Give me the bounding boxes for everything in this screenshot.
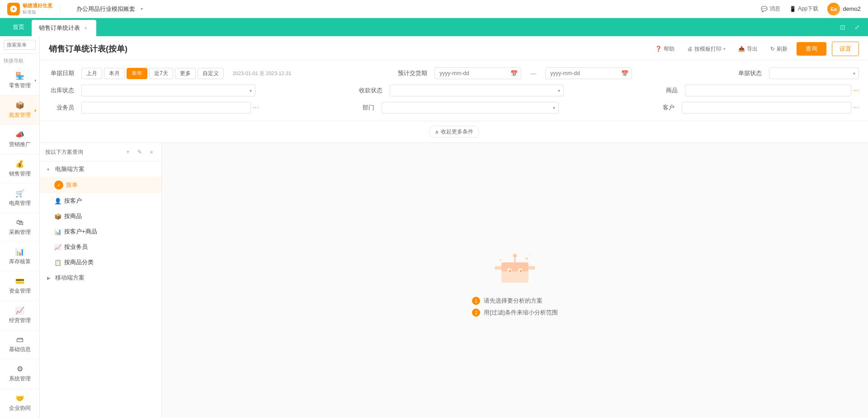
settings-btn[interactable]: 设置 — [832, 42, 859, 56]
date-btn-custom[interactable]: 自定义 — [198, 68, 224, 79]
top-bar-title: 办公用品行业模拟账套 — [76, 5, 135, 13]
customer-dots-icon[interactable]: ··· — [853, 104, 859, 112]
department-select[interactable] — [382, 102, 559, 114]
date-label: 单据日期 — [49, 69, 74, 77]
finance-icon: 💳 — [15, 277, 24, 285]
ecommerce-icon: 🛒 — [15, 189, 24, 198]
tab-restore-btn[interactable]: ⊡ — [837, 22, 848, 33]
tree-item-by-customer-goods[interactable]: 📊 按客户+商品 — [40, 224, 161, 239]
retail-icon: 🏪 — [15, 71, 24, 80]
tab-bar: 首页 销售订单统计表 × ⊡ ⤢ — [0, 18, 868, 36]
ship-status-wrap: ▾ — [81, 85, 255, 96]
export-btn[interactable]: 📤 导出 — [735, 43, 761, 55]
app-download-action[interactable]: 📱 App下载 — [789, 5, 818, 13]
empty-tip-2: 2 用[过滤]条件来缩小分析范围 — [472, 309, 557, 317]
edit-scheme-btn[interactable]: ✎ — [135, 147, 144, 157]
tree-section-desktop[interactable]: ▾ 电脑端方案 — [40, 162, 161, 177]
goods-dots-icon[interactable]: ··· — [853, 86, 859, 95]
add-scheme-btn[interactable]: + — [123, 147, 132, 157]
expected-date-end-input[interactable] — [545, 67, 632, 79]
print-icon: 🖨 — [687, 46, 693, 52]
salesperson-dots-icon[interactable]: ··· — [253, 104, 259, 112]
page-title: 销售订单统计表(按单) — [49, 43, 127, 54]
sidebar-item-retail[interactable]: 🏪 零售管理 ▾ — [0, 66, 39, 95]
by-order-indicator: ✓ — [54, 180, 63, 190]
user-avatar: Ea — [827, 3, 840, 15]
query-btn[interactable]: 查询 — [797, 42, 826, 56]
sidebar-item-system[interactable]: ⚙ 系统管理 — [0, 359, 39, 389]
sidebar-search-input[interactable] — [4, 40, 36, 50]
expected-date-label: 预计交货期 — [396, 69, 427, 77]
edit-icon: ✎ — [137, 149, 142, 155]
sales-icon: 💰 — [15, 160, 24, 168]
sidebar-item-wholesale[interactable]: 📦 批发管理 ▴ — [0, 95, 39, 125]
sidebar-search-area — [0, 36, 39, 54]
collapse-left-btn[interactable]: « — [147, 147, 156, 157]
tree-item-by-order-label: 按单 — [66, 181, 78, 189]
tree-item-by-goods[interactable]: 📦 按商品 — [40, 209, 161, 224]
date-btn-this-month[interactable]: 本月 — [104, 68, 125, 79]
message-action[interactable]: 💬 消息 — [761, 5, 780, 13]
customer-input-wrap: ··· — [682, 102, 859, 114]
tree-item-by-goods-label: 按商品 — [64, 212, 82, 220]
sidebar-item-basic[interactable]: 🗃 基础信息 — [0, 330, 39, 359]
refresh-btn[interactable]: ↻ 刷新 — [767, 43, 791, 55]
by-customer-goods-icon: 📊 — [54, 228, 61, 235]
top-dropdown-icon[interactable]: ▾ — [141, 6, 143, 11]
app-download-icon: 📱 — [789, 6, 796, 12]
tab-maximize-btn[interactable]: ⤢ — [852, 22, 863, 33]
customer-input[interactable] — [682, 102, 851, 114]
help-btn[interactable]: ❓ 帮助 — [651, 43, 678, 55]
salesperson-input[interactable] — [81, 102, 251, 114]
empty-tip-1: 1 请先选择要分析的方案 — [472, 297, 557, 305]
logo-area: 畅捷通好生意 标准版 — [7, 2, 52, 15]
date-btn-last-month[interactable]: 上月 — [81, 68, 102, 79]
sidebar-item-sales[interactable]: 💰 销售管理 — [0, 154, 39, 184]
svg-rect-7 — [528, 266, 535, 270]
user-info[interactable]: Ea demo2 — [827, 3, 861, 15]
empty-tips: 1 请先选择要分析的方案 2 用[过滤]条件来缩小分析范围 — [472, 297, 557, 317]
tree-item-by-goods-category[interactable]: 📋 按商品分类 — [40, 255, 161, 270]
expand-icon-desktop: ▾ — [47, 167, 52, 172]
collapse-btn[interactable]: ∧ 收起更多条件 — [429, 126, 479, 138]
tab-sales-order[interactable]: 销售订单统计表 × — [32, 20, 96, 36]
tab-close-icon[interactable]: × — [83, 25, 89, 31]
sidebar-item-operation[interactable]: 📈 经营管理 — [0, 301, 39, 330]
top-bar-right: 💬 消息 📱 App下载 Ea demo2 — [761, 3, 861, 15]
status-select[interactable] — [769, 67, 859, 79]
wholesale-icon: 📦 — [15, 101, 24, 109]
refresh-icon: ↻ — [770, 46, 775, 52]
payment-status-select[interactable] — [390, 85, 564, 96]
collapse-row: ∧ 收起更多条件 — [40, 121, 868, 143]
date-btn-7days[interactable]: 近7天 — [149, 68, 173, 79]
sidebar-item-inventory[interactable]: 📊 库存核算 — [0, 242, 39, 271]
tree-item-by-salesperson[interactable]: 📈 按业务员 — [40, 239, 161, 255]
svg-text:✦: ✦ — [528, 253, 531, 256]
sidebar-item-purchase[interactable]: 🛍 采购管理 — [0, 213, 39, 242]
sidebar-item-ecommerce[interactable]: 🛒 电商管理 — [0, 184, 39, 213]
date-btn-more[interactable]: 更多 — [175, 68, 196, 79]
svg-point-5 — [519, 270, 522, 272]
date-btn-this-year[interactable]: 本年 — [127, 68, 147, 79]
expected-date-start-input[interactable] — [434, 67, 521, 79]
svg-text:✦: ✦ — [499, 258, 502, 262]
print-btn[interactable]: 🖨 按模板打印 ▾ — [684, 43, 729, 55]
ship-status-select[interactable] — [81, 85, 255, 96]
sidebar-item-marketing[interactable]: 📣 营销推广 — [0, 125, 39, 154]
department-select-wrap: ▾ — [382, 102, 559, 114]
tree-item-by-order[interactable]: ✓ 按单 — [40, 177, 161, 193]
empty-state: ✦ ✦ ✦ 1 请先选择要分析的方案 2 用[过滤]条件来缩小分析范围 — [472, 244, 557, 317]
tree-item-by-customer[interactable]: 👤 按客户 — [40, 193, 161, 209]
system-icon: ⚙ — [17, 365, 23, 373]
inventory-icon: 📊 — [15, 247, 24, 256]
tab-home[interactable]: 首页 — [5, 18, 32, 36]
left-panel-title: 按以下方案查询 — [45, 148, 83, 156]
filter-panel: 单据日期 上月 本月 本年 近7天 更多 自定义 2023-01-01 至 20… — [40, 60, 868, 121]
status-select-wrap: ▾ — [769, 67, 859, 79]
sidebar-item-corp[interactable]: 🤝 企业协同 — [0, 389, 39, 418]
goods-input[interactable] — [685, 85, 851, 96]
top-bar-left: 畅捷通好生意 标准版 办公用品行业模拟账套 ▾ — [7, 2, 143, 15]
sidebar-item-finance[interactable]: 💳 资金管理 — [0, 271, 39, 301]
filter-row-3: 业务员 ··· 部门 ▾ 客户 ··· — [49, 102, 859, 114]
tree-section-mobile[interactable]: ▶ 移动端方案 — [40, 270, 161, 285]
